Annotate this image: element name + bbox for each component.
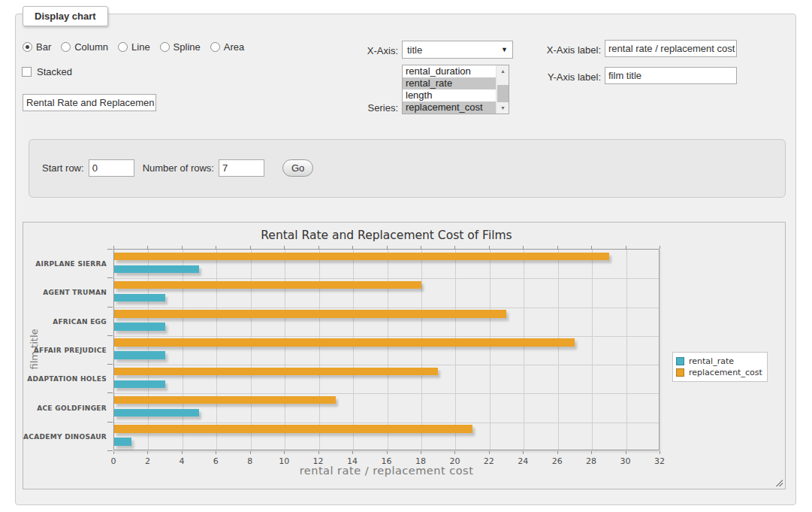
x-tick-mark <box>454 451 455 454</box>
x-tick-mark-top <box>216 246 216 249</box>
stacked-label: Stacked <box>37 66 72 77</box>
chart-type-radio-line[interactable]: Line <box>118 41 150 53</box>
number-of-rows-input[interactable]: 7 <box>219 159 264 177</box>
stacked-checkbox[interactable] <box>22 67 32 77</box>
x-tick-mark <box>216 451 216 454</box>
x-tick-mark-top <box>182 246 183 249</box>
y-category-label: AGENT TRUMAN <box>23 289 107 296</box>
x-axis-label-input[interactable]: rental rate / replacement cost <box>605 40 737 57</box>
y-tick-mark <box>107 422 113 423</box>
series-multiselect[interactable]: rental_durationrental_ratelengthreplacem… <box>402 65 509 114</box>
number-of-rows-label: Number of rows: <box>143 162 214 174</box>
y-tick-mark <box>107 392 113 393</box>
x-tick-mark-top <box>387 246 388 249</box>
x-axis-selected-value: title <box>407 44 422 56</box>
fieldset-legend: Display chart <box>23 6 108 26</box>
chart-type-radio-area[interactable]: Area <box>210 41 244 53</box>
series-option-rental_duration[interactable]: rental_duration <box>403 65 509 77</box>
legend-label: rental_rate <box>689 356 734 366</box>
x-tick-mark-top <box>557 246 558 249</box>
legend-row: rental_rate <box>676 356 762 366</box>
x-tick-mark <box>284 451 285 454</box>
chart-type-radio-bar[interactable]: Bar <box>23 41 51 53</box>
bar-replacement_cost <box>114 368 438 376</box>
plot-decorations: 02468101214161820222426283032AIRPLANE SI… <box>23 223 785 489</box>
x-tick-mark <box>557 451 558 454</box>
y-tick-mark <box>107 277 113 278</box>
series-options: rental_durationrental_ratelengthreplacem… <box>403 65 509 114</box>
x-tick-mark <box>318 451 319 454</box>
chart-type-radio-column[interactable]: Column <box>61 41 108 53</box>
start-row-input[interactable]: 0 <box>89 159 134 177</box>
chart-legend: rental_ratereplacement_cost <box>672 352 768 382</box>
radio-label: Line <box>131 41 150 53</box>
chart-type-radio-spline[interactable]: Spline <box>160 41 201 53</box>
legend-label: replacement_cost <box>689 368 762 377</box>
chevron-down-icon: ▼ <box>501 46 508 53</box>
chart-title-input[interactable]: Rental Rate and Replacemen <box>23 94 156 111</box>
x-tick-mark <box>113 451 114 454</box>
y-category-label: AIRPLANE SIERRA <box>23 260 107 268</box>
series-option-replacement_cost[interactable]: replacement_cost <box>403 101 509 114</box>
x-tick-mark <box>660 451 660 454</box>
bar-rental_rate <box>114 438 131 446</box>
bar-rental_rate <box>114 323 165 331</box>
x-tick-mark-top <box>523 246 524 249</box>
x-tick-mark <box>489 451 490 454</box>
radio-icon[interactable] <box>61 42 71 52</box>
bar-rental_rate <box>114 351 165 359</box>
series-option-length[interactable]: length <box>403 89 509 101</box>
x-tick-mark-top <box>284 246 285 249</box>
x-tick-mark-top <box>421 246 421 249</box>
bar-rental_rate <box>114 409 199 417</box>
chart-container: Rental Rate and Replacement Cost of Film… <box>23 222 786 489</box>
bar-replacement_cost <box>114 396 336 404</box>
stacked-row: Stacked <box>22 66 72 77</box>
bar-rental_rate <box>114 380 165 389</box>
scroll-down-icon[interactable]: ▼ <box>497 102 509 114</box>
radio-label: Spline <box>174 41 201 53</box>
x-tick-mark-top <box>147 246 148 249</box>
radio-label: Area <box>224 41 244 53</box>
x-tick-mark-top <box>591 246 592 249</box>
start-row-label: Start row: <box>42 162 84 174</box>
x-tick-mark <box>421 451 421 454</box>
radio-icon[interactable] <box>118 42 128 52</box>
scrollbar-thumb[interactable] <box>497 85 509 103</box>
x-tick-mark <box>182 451 183 454</box>
series-option-rental_rate[interactable]: rental_rate <box>403 77 509 89</box>
series-list-label: Series: <box>315 102 398 114</box>
radio-icon[interactable] <box>23 42 32 52</box>
bar-replacement_cost <box>114 425 472 433</box>
bar-rental_rate <box>114 294 165 302</box>
x-axis-title: rental rate / replacement cost <box>113 465 660 477</box>
bar-rental_rate <box>114 265 199 274</box>
y-axis-label-label: Y-Axis label: <box>517 71 601 83</box>
scroll-up-icon[interactable]: ▲ <box>497 65 509 77</box>
x-tick-mark-top <box>660 246 660 249</box>
legend-row: replacement_cost <box>676 368 762 377</box>
y-category-label: ACE GOLDFINGER <box>23 404 107 412</box>
bar-replacement_cost <box>114 310 506 318</box>
radio-icon[interactable] <box>160 42 170 52</box>
go-button[interactable]: Go <box>282 159 313 177</box>
radio-label: Column <box>74 41 108 53</box>
x-tick-mark <box>147 451 148 454</box>
radio-icon[interactable] <box>210 42 220 52</box>
legend-swatch-replacement_cost <box>676 368 684 377</box>
x-tick-mark <box>591 451 592 454</box>
bar-replacement_cost <box>114 281 421 289</box>
y-axis-label-input[interactable]: film title <box>605 67 737 84</box>
x-axis-select[interactable]: title ▼ <box>402 41 513 59</box>
chart-type-radio-group: BarColumnLineSplineArea <box>23 41 244 53</box>
x-tick-mark-top <box>250 246 251 249</box>
x-tick-mark <box>626 451 626 454</box>
x-tick-mark <box>352 451 353 454</box>
x-tick-mark-top <box>352 246 353 249</box>
x-tick-mark-top <box>489 246 490 249</box>
y-category-label: ACADEMY DINOSAUR <box>23 433 107 441</box>
x-tick-mark <box>523 451 524 454</box>
y-tick-mark <box>107 450 113 451</box>
x-axis-select-label: X-Axis: <box>315 45 398 56</box>
series-scrollbar[interactable]: ▲ ▼ <box>496 65 509 114</box>
